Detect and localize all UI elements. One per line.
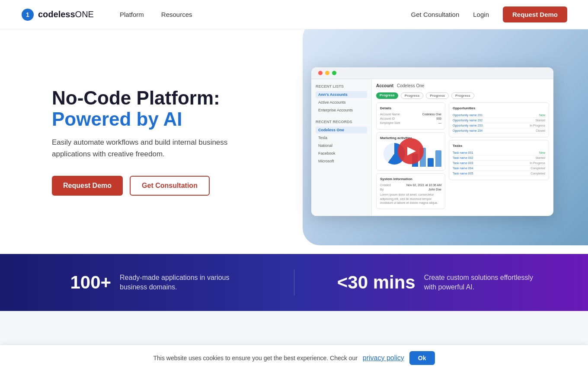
sidebar-recent-lists: Recent Lists Ann's Accounts Active Accou… <box>316 84 367 114</box>
detail-value: 003 <box>436 117 441 120</box>
opp-name: Opportunity name 203 <box>453 124 483 127</box>
opp-row: Opportunity name 203 In Progress <box>453 123 545 128</box>
detail-row: Account Name Codeless One <box>380 113 441 116</box>
task-name: Task name 001 <box>453 151 473 154</box>
mockup-header <box>311 67 553 79</box>
mockup-dot-yellow <box>325 71 329 75</box>
status-bar: Progress Progress Progress Progress <box>376 92 549 99</box>
sidebar-list-item[interactable]: Ann's Accounts <box>316 91 367 98</box>
status-chip: Progress <box>426 92 449 99</box>
nav-request-demo-button[interactable]: Request Demo <box>503 6 567 22</box>
tasks-list: Task name 001 New Task name 002 Started … <box>453 150 545 176</box>
opp-status: In Progress <box>530 124 545 127</box>
bar <box>435 150 441 167</box>
mockup-main-header: Account Codeless One <box>376 83 549 88</box>
opp-name: Opportunity name 202 <box>453 119 483 122</box>
hero-buttons: Request Demo Get Consultation <box>52 176 242 196</box>
app-mockup: Recent Lists Ann's Accounts Active Accou… <box>311 67 553 216</box>
stat-divider <box>294 270 294 295</box>
marketing-chart-card: Marketing activities <box>376 132 445 171</box>
logo-icon: 1 <box>21 8 35 22</box>
created-by-label: By <box>380 188 383 191</box>
navbar: 1 codelessONE Platform Resources Get Con… <box>0 0 588 29</box>
detail-value: — <box>438 121 441 124</box>
sidebar-record-item[interactable]: Tesla <box>316 134 367 141</box>
sidebar-list-item[interactable]: Enterprise Accounts <box>316 107 367 114</box>
created-by-value: John Doe <box>428 188 441 191</box>
sidebar-recent-records: Recent Records Codeless One Tesla Nation… <box>316 120 367 165</box>
tasks-card: Tasks Task name 001 New Task name 002 St… <box>449 140 549 180</box>
opp-status: Started <box>535 119 545 122</box>
task-name: Task name 003 <box>453 162 473 165</box>
bar <box>428 158 434 167</box>
opportunities-list: Opportunity name 201 New Opportunity nam… <box>453 113 545 133</box>
system-info-card: System Information Created Nov 02, 2021 … <box>376 173 445 209</box>
mockup-sections: Details Account Name Codeless One Accoun… <box>376 102 549 212</box>
system-row: By John Doe <box>380 188 441 191</box>
opp-status: New <box>539 114 545 117</box>
task-row: Task name 004 Completed <box>453 166 545 171</box>
opp-status: Closed <box>536 129 545 132</box>
task-status: Started <box>535 156 545 159</box>
account-name: Codeless One <box>397 83 424 88</box>
task-name: Task name 005 <box>453 172 473 175</box>
privacy-policy-link[interactable]: privacy policy <box>363 354 404 362</box>
detail-value: Codeless One <box>422 113 441 116</box>
opp-row: Opportunity name 202 Started <box>453 118 545 123</box>
cookie-text: This website uses cookies to ensure you … <box>153 355 357 361</box>
nav-consultation[interactable]: Get Consultation <box>411 11 460 18</box>
details-card: Details Account Name Codeless One Accoun… <box>376 102 445 130</box>
stat-block-2: <30 mins Create custom solutions effortl… <box>320 272 554 293</box>
task-status: Completed <box>530 167 545 170</box>
status-chip-active: Progress <box>376 92 398 99</box>
mockup-sidebar: Recent Lists Ann's Accounts Active Accou… <box>311 79 372 216</box>
opp-row: Opportunity name 201 New <box>453 113 545 118</box>
sidebar-list-item[interactable]: Active Accounts <box>316 99 367 106</box>
nav-login[interactable]: Login <box>473 11 489 18</box>
detail-row: Account ID 003 <box>380 117 441 120</box>
sidebar-record-item[interactable]: National <box>316 142 367 149</box>
hero-request-demo-button[interactable]: Request Demo <box>52 176 123 196</box>
stats-banner: 100+ Ready-made applications in various … <box>0 254 588 311</box>
sidebar-records-title: Recent Records <box>316 120 367 124</box>
sidebar-lists-title: Recent Lists <box>316 84 367 89</box>
system-row: Created Nov 02, 2021 at 10:36 AM <box>380 184 441 187</box>
opportunities-title: Opportunities <box>453 106 545 110</box>
nav-resources[interactable]: Resources <box>161 11 192 18</box>
stat-block-1: 100+ Ready-made applications in various … <box>35 272 268 293</box>
mockup-left-col: Details Account Name Codeless One Accoun… <box>376 102 445 212</box>
hero-subtitle: Easily automate workflows and build inte… <box>52 136 242 160</box>
opportunities-card: Opportunities Opportunity name 201 New O… <box>449 102 549 137</box>
status-chip: Progress <box>451 92 474 99</box>
mockup-right-col: Opportunities Opportunity name 201 New O… <box>449 102 549 212</box>
task-status: New <box>539 151 545 154</box>
logo[interactable]: 1 codelessONE <box>21 8 94 22</box>
hero-consultation-button[interactable]: Get Consultation <box>130 176 210 196</box>
created-date-label: Created <box>380 184 391 187</box>
task-status: In Progress <box>530 162 545 165</box>
task-row: Task name 002 Started <box>453 155 545 161</box>
stat-number-1: 100+ <box>70 272 111 293</box>
hero-section: No-Code Platform: Powered by AI Easily a… <box>0 29 588 254</box>
mockup-dot-green <box>332 71 336 75</box>
sidebar-record-item[interactable]: Microsoft <box>316 158 367 165</box>
task-row: Task name 001 New <box>453 150 545 155</box>
mockup-dot-red <box>318 71 323 75</box>
sidebar-record-item[interactable]: Facebook <box>316 150 367 157</box>
lorem-text: Lorem ipsum dolor sit amet, consectetur … <box>380 193 441 205</box>
detail-label: Account Name <box>380 113 400 116</box>
system-info-title: System Information <box>380 177 441 181</box>
tasks-title: Tasks <box>453 144 545 148</box>
sidebar-record-item[interactable]: Codeless One <box>316 127 367 133</box>
status-chip: Progress <box>401 92 424 99</box>
mockup-body: Recent Lists Ann's Accounts Active Accou… <box>311 79 553 216</box>
opp-name: Opportunity name 204 <box>453 129 483 132</box>
created-date-value: Nov 02, 2021 at 10:36 AM <box>406 184 441 187</box>
play-button[interactable] <box>398 138 424 164</box>
stat-number-2: <30 mins <box>337 272 415 293</box>
account-label: Account <box>376 83 393 88</box>
nav-platform[interactable]: Platform <box>120 11 144 18</box>
detail-label: Employee Size <box>380 121 400 124</box>
logo-text: codelessONE <box>38 10 94 19</box>
cookie-ok-button[interactable]: Ok <box>409 351 435 365</box>
